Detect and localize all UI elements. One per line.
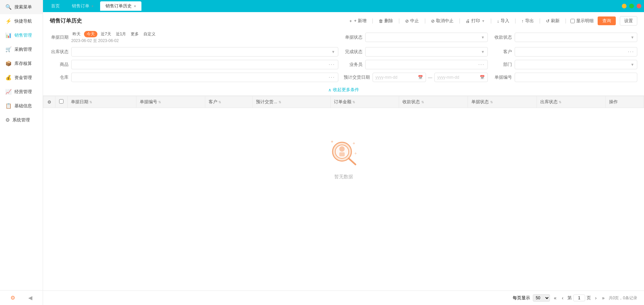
filter-doc-num-input[interactable] [515, 73, 637, 82]
sidebar-item-capital-mgmt[interactable]: 💰 资金管理 [0, 71, 43, 85]
sidebar-settings-icon[interactable]: ⚙ [10, 295, 15, 301]
tab-sales-order-history[interactable]: 销售订单历史 × [100, 1, 141, 11]
th-customer[interactable]: 客户 ⇅ [205, 96, 253, 108]
collapse-button[interactable]: ∧ 收起更多条件 [328, 87, 359, 93]
select-all-checkbox[interactable] [59, 99, 63, 104]
date-option-1month[interactable]: 近1月 [115, 31, 128, 37]
delete-button[interactable]: 🗑 删除 [377, 17, 394, 25]
filter-salesman: 业务员 ··· [344, 60, 488, 69]
import-button[interactable]: ↓ 导入 [496, 17, 511, 25]
new-button[interactable]: + + 新增 [348, 17, 368, 25]
th-date[interactable]: 单据日期 ⇅ [68, 96, 136, 108]
filter-payment-status-select[interactable]: ▼ [515, 33, 637, 42]
sidebar-item-basic-info[interactable]: 📋 基础信息 [0, 99, 43, 113]
th-order-amount[interactable]: 订单金额 ⇅ [330, 96, 399, 108]
empty-illustration: ✦ ✦ ✦ [324, 135, 364, 168]
tab-home[interactable]: 首页 [46, 1, 65, 11]
filter-warehouse-label: 仓库 [50, 74, 69, 80]
filter-product-input[interactable]: ··· [71, 60, 338, 69]
filter-department: 部门 ▼ [493, 60, 637, 69]
stop-button[interactable]: ⊘ 中止 [404, 17, 420, 25]
filter-row-1: 单据日期 昨天 今天 近7天 近1月 更多 自定义 2023-06-02 至 2… [50, 31, 637, 44]
tab-sales-order-close[interactable]: × [91, 4, 93, 8]
window-min-button[interactable]: — [622, 4, 627, 8]
filter-warehouse-input[interactable]: ··· [71, 73, 338, 82]
window-max-button[interactable]: □ [629, 4, 634, 8]
sidebar-collapse-icon[interactable]: ◀ [28, 295, 32, 301]
date-option-yesterday[interactable]: 昨天 [71, 31, 82, 37]
filter-doc-status-select[interactable]: ▼ [365, 33, 488, 42]
next-page-button[interactable]: › [594, 295, 598, 301]
page-header: 销售订单历史 + + 新增 | 🗑 删除 | ⊘ 中止 | ⊘ [43, 12, 644, 28]
first-page-button[interactable]: « [553, 295, 558, 301]
last-page-button[interactable]: » [601, 295, 606, 301]
filter-expected-date-end[interactable]: yyyy-mm-dd 📅 [434, 73, 488, 82]
filter-payment-status-label: 收款状态 [493, 34, 512, 40]
sidebar-bottom: ⚙ ◀ [0, 290, 43, 305]
window-close-button[interactable]: × [637, 4, 641, 8]
th-doc-status[interactable]: 单据状态 ⇅ [468, 96, 537, 108]
filter-expected-date-start[interactable]: yyyy-mm-dd 📅 [373, 73, 426, 82]
settings-button[interactable]: 设置 [620, 16, 637, 26]
th-doc-num[interactable]: 单据编号 ⇅ [136, 96, 205, 108]
content-area: 销售订单历史 + + 新增 | 🗑 删除 | ⊘ 中止 | ⊘ [43, 12, 644, 305]
refresh-button[interactable]: ↺ 刷新 [545, 17, 561, 25]
th-payment-status[interactable]: 收款状态 ⇅ [399, 96, 468, 108]
filter-warehouse: 仓库 ··· [50, 73, 338, 82]
date-option-custom[interactable]: 自定义 [142, 31, 157, 37]
date-option-7days[interactable]: 近7天 [99, 31, 113, 37]
tab-sales-order[interactable]: 销售订单 × [67, 1, 99, 11]
table-header-row: ⚙ 单据日期 ⇅ 单据编号 ⇅ [43, 96, 644, 108]
sidebar-item-system-mgmt[interactable]: ⚙ 系统管理 [0, 113, 43, 127]
operations-mgmt-icon: 📈 [5, 89, 12, 95]
main-area: 首页 销售订单 × 销售订单历史 × — □ × 销售订单历史 + + 新增 | [43, 0, 644, 305]
svg-point-3 [339, 146, 345, 152]
filter-complete-status-select[interactable]: ▼ [365, 47, 488, 56]
data-table: ⚙ 单据日期 ⇅ 单据编号 ⇅ [43, 96, 644, 108]
export-icon: ↑ [521, 18, 524, 24]
filter-department-select[interactable]: ▼ [515, 60, 637, 69]
filter-complete-status: 完成状态 ▼ [344, 47, 488, 56]
collapse-up-icon: ∧ [328, 87, 332, 92]
calendar-icon-end: 📅 [480, 75, 485, 80]
sales-mgmt-icon: 📊 [5, 32, 12, 38]
sidebar-item-search-menu[interactable]: 🔍 搜索菜单 [0, 0, 43, 14]
th-expected-date[interactable]: 预计交货... ⇅ [253, 96, 330, 108]
sidebar-item-inventory-calc[interactable]: 📦 库存核算 [0, 56, 43, 71]
export-button[interactable]: ↑ 导出 [520, 17, 535, 25]
cancel-stop-button[interactable]: ⊘ 取消中止 [430, 17, 455, 25]
filter-customer-label: 客户 [493, 49, 512, 55]
sidebar-item-purchase-mgmt[interactable]: 🛒 采购管理 [0, 42, 43, 56]
prev-page-button[interactable]: ‹ [561, 295, 565, 301]
pagination-bar: 每页显示 10 20 50 100 « ‹ 第 页 › » 共0页，0条记录 [43, 291, 644, 305]
filter-doc-num: 单据编号 [493, 73, 637, 82]
page-number-input[interactable] [573, 295, 585, 301]
print-button[interactable]: 🖨 打印 ▼ [464, 17, 486, 25]
doc-num-text-input[interactable] [518, 75, 634, 80]
date-option-more[interactable]: 更多 [129, 31, 140, 37]
show-detail-checkbox[interactable]: 显示明细 [570, 18, 594, 24]
th-out-status[interactable]: 出库状态 ⇅ [536, 96, 605, 108]
sidebar-item-quick-nav[interactable]: ⚡ 快捷导航 [0, 14, 43, 28]
page-size-select[interactable]: 10 20 50 100 [533, 294, 550, 302]
tab-sales-order-history-close[interactable]: × [134, 4, 136, 8]
search-menu-icon: 🔍 [5, 4, 12, 10]
filter-customer-input[interactable]: ··· [515, 47, 637, 56]
total-info: 共0页，0条记录 [609, 295, 637, 301]
sidebar-item-sales-mgmt[interactable]: 📊 销售管理 [0, 28, 43, 42]
filter-salesman-dots: ··· [478, 62, 484, 68]
th-settings[interactable]: ⚙ [43, 96, 55, 108]
th-check[interactable] [55, 96, 68, 108]
date-option-today[interactable]: 今天 [84, 31, 97, 37]
empty-text: 暂无数据 [334, 174, 353, 180]
expected-date-start-placeholder: yyyy-mm-dd [376, 75, 397, 80]
filter-doc-num-label: 单据编号 [493, 74, 512, 80]
quick-nav-icon: ⚡ [5, 18, 12, 24]
show-detail-input[interactable] [570, 19, 575, 23]
table-settings-icon[interactable]: ⚙ [47, 100, 51, 105]
filter-out-status-label: 出库状态 [50, 49, 69, 55]
filter-salesman-input[interactable]: ··· [365, 60, 488, 69]
filter-out-status-select[interactable]: ▼ [71, 47, 338, 56]
query-button[interactable]: 查询 [598, 16, 616, 25]
sidebar-item-operations-mgmt[interactable]: 📈 经营管理 [0, 85, 43, 99]
